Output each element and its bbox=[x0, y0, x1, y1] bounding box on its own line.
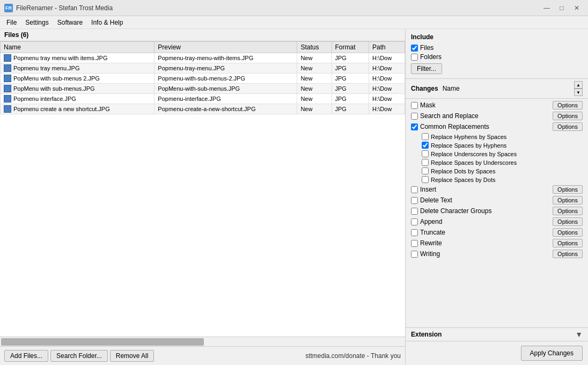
name-col-label: Name bbox=[443, 85, 574, 92]
file-path-cell: H:\Dow bbox=[369, 74, 405, 84]
insert-checkbox[interactable] bbox=[411, 186, 418, 193]
col-header-preview[interactable]: Preview bbox=[155, 42, 297, 53]
hscroll-thumb[interactable] bbox=[1, 338, 204, 346]
horizontal-scrollbar[interactable] bbox=[0, 337, 405, 346]
search-folder-button[interactable]: Search Folder... bbox=[50, 350, 108, 362]
menu-software[interactable]: Software bbox=[53, 18, 87, 27]
replace-spaces-underscores-checkbox[interactable] bbox=[422, 159, 429, 166]
changes-title: Changes bbox=[411, 85, 438, 92]
replace-dots-spaces-checkbox[interactable] bbox=[422, 167, 429, 174]
filter-button[interactable]: Filter... bbox=[411, 63, 442, 74]
writing-label: Writing bbox=[420, 250, 440, 258]
truncate-checkbox[interactable] bbox=[411, 229, 418, 236]
folders-checkbox-row: Folders bbox=[411, 53, 583, 61]
change-row-append: Append Options bbox=[411, 217, 583, 226]
col-header-status[interactable]: Status bbox=[297, 42, 332, 53]
bottom-buttons: Add Files... Search Folder... Remove All bbox=[4, 350, 154, 362]
delete-char-groups-label: Delete Character Groups bbox=[420, 207, 491, 215]
changes-section: Changes Name ▲ ▼ Mask Options bbox=[406, 79, 588, 365]
folders-checkbox[interactable] bbox=[411, 54, 418, 61]
common-replacements-options-button[interactable]: Options bbox=[553, 122, 583, 131]
append-label: Append bbox=[420, 218, 442, 225]
file-name-cell: Popmenu interface.JPG bbox=[1, 94, 155, 104]
col-header-name[interactable]: Name bbox=[1, 42, 155, 53]
sub-item-hyphens-spaces: Replace Hyphens by Spaces bbox=[422, 133, 583, 140]
col-header-path[interactable]: Path bbox=[369, 42, 405, 53]
file-name: Popmenu tray menu with items.JPG bbox=[13, 55, 107, 61]
add-files-button[interactable]: Add Files... bbox=[4, 350, 48, 362]
delete-text-options-button[interactable]: Options bbox=[553, 196, 583, 205]
rewrite-options-button[interactable]: Options bbox=[553, 239, 583, 247]
replace-spaces-dots-checkbox[interactable] bbox=[422, 176, 429, 183]
change-row-mask: Mask Options bbox=[411, 101, 583, 110]
change-row-common-replacements: Common Replacements Options bbox=[411, 122, 583, 131]
rewrite-checkbox[interactable] bbox=[411, 240, 418, 247]
common-replacements-checkbox[interactable] bbox=[411, 123, 418, 130]
app-icon: FR bbox=[4, 4, 13, 12]
file-preview-cell: PopMenu-with-sub-menus.JPG bbox=[155, 84, 297, 94]
writing-options-button[interactable]: Options bbox=[553, 250, 583, 258]
extension-expand-icon[interactable]: ▼ bbox=[575, 330, 583, 339]
menu-settings[interactable]: Settings bbox=[21, 18, 53, 27]
file-format-cell: JPG bbox=[332, 104, 369, 114]
mask-options-button[interactable]: Options bbox=[553, 101, 583, 110]
title-bar: FR FileRenamer - Stefan Trost Media — □ … bbox=[0, 0, 588, 16]
replace-hyphens-spaces-label: Replace Hyphens by Spaces bbox=[431, 134, 506, 140]
replace-spaces-hyphens-label: Replace Spaces by Hyphens bbox=[431, 142, 506, 149]
file-name-cell: Popmenu tray menu.JPG bbox=[1, 63, 155, 74]
file-format-cell: JPG bbox=[332, 94, 369, 104]
delete-char-groups-checkbox[interactable] bbox=[411, 208, 418, 215]
apply-changes-button[interactable]: Apply Changes bbox=[521, 346, 583, 361]
menu-file[interactable]: File bbox=[2, 18, 21, 27]
change-row-writing: Writing Options bbox=[411, 250, 583, 258]
window-controls: — □ ✕ bbox=[540, 3, 584, 13]
append-options-button[interactable]: Options bbox=[553, 217, 583, 226]
maximize-button[interactable]: □ bbox=[555, 3, 569, 13]
file-name: Popmenu interface.JPG bbox=[13, 96, 76, 102]
search-replace-options-button[interactable]: Options bbox=[553, 112, 583, 120]
extension-label: Extension bbox=[411, 331, 442, 338]
replace-hyphens-spaces-checkbox[interactable] bbox=[422, 133, 429, 140]
files-label: Files bbox=[420, 44, 433, 52]
scroll-up-button[interactable]: ▲ bbox=[574, 81, 583, 89]
table-row[interactable]: PopMenu with sub-menus 2.JPG Popmenu-wit… bbox=[1, 74, 405, 84]
table-row[interactable]: Popmenu tray menu.JPG Popmenu-tray-menu.… bbox=[1, 63, 405, 74]
changes-list[interactable]: Mask Options Search and Replace Options … bbox=[406, 99, 588, 327]
delete-text-checkbox[interactable] bbox=[411, 197, 418, 204]
file-preview-cell: Popmenu-tray-menu.JPG bbox=[155, 63, 297, 74]
files-checkbox[interactable] bbox=[411, 45, 418, 52]
file-table-container[interactable]: Name Preview Status Format Path Popmenu … bbox=[0, 41, 405, 337]
table-row[interactable]: Popmenu tray menu with items.JPG Popmenu… bbox=[1, 53, 405, 63]
writing-checkbox[interactable] bbox=[411, 251, 418, 258]
folders-label: Folders bbox=[420, 53, 442, 61]
table-row[interactable]: Popmenu interface.JPG Popmenu-interface.… bbox=[1, 94, 405, 104]
search-replace-checkbox[interactable] bbox=[411, 113, 418, 120]
file-path-cell: H:\Dow bbox=[369, 94, 405, 104]
truncate-label: Truncate bbox=[420, 229, 445, 236]
extension-section: Extension ▼ bbox=[406, 327, 588, 341]
change-row-rewrite: Rewrite Options bbox=[411, 239, 583, 247]
replace-underscores-spaces-checkbox[interactable] bbox=[422, 150, 429, 157]
file-preview-cell: Popmenu-interface.JPG bbox=[155, 94, 297, 104]
truncate-options-button[interactable]: Options bbox=[553, 228, 583, 237]
append-checkbox[interactable] bbox=[411, 218, 418, 225]
close-button[interactable]: ✕ bbox=[570, 3, 584, 13]
file-path-cell: H:\Dow bbox=[369, 63, 405, 74]
mask-checkbox[interactable] bbox=[411, 102, 418, 109]
menu-info-help[interactable]: Info & Help bbox=[87, 18, 127, 27]
minimize-button[interactable]: — bbox=[540, 3, 554, 13]
insert-options-button[interactable]: Options bbox=[553, 185, 583, 194]
remove-all-button[interactable]: Remove All bbox=[110, 350, 155, 362]
delete-char-groups-options-button[interactable]: Options bbox=[553, 207, 583, 215]
file-path-cell: H:\Dow bbox=[369, 104, 405, 114]
replace-spaces-hyphens-checkbox[interactable] bbox=[422, 142, 429, 149]
scroll-down-button[interactable]: ▼ bbox=[574, 89, 583, 96]
file-icon bbox=[4, 95, 11, 103]
replace-spaces-dots-label: Replace Spaces by Dots bbox=[431, 177, 495, 183]
right-bottom: Apply Changes bbox=[406, 341, 588, 365]
col-header-format[interactable]: Format bbox=[332, 42, 369, 53]
files-header: Files (6) bbox=[0, 29, 405, 41]
replace-dots-spaces-label: Replace Dots by Spaces bbox=[431, 168, 495, 174]
table-row[interactable]: PopMenu with sub-menus.JPG PopMenu-with-… bbox=[1, 84, 405, 94]
table-row[interactable]: Popmenu create a new shortcut.JPG Popmen… bbox=[1, 104, 405, 114]
